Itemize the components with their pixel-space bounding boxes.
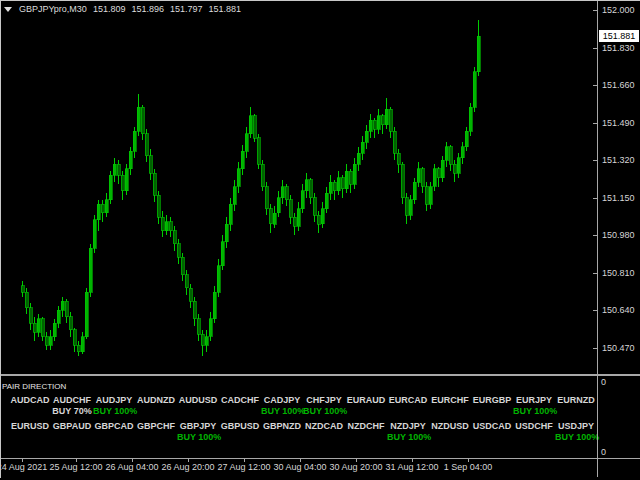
candle-body (33, 323, 36, 332)
candle-body (221, 242, 224, 266)
signal-label: BUY 100% (177, 432, 219, 443)
candle-body (197, 319, 200, 334)
pair-direction-panel: PAIR DIRECTION AUDCADAUDCHFBUY 70%AUDJPY… (0, 376, 597, 458)
candle-body (317, 215, 320, 224)
pair-name: AUDUSD (177, 395, 219, 406)
candle-body (329, 182, 332, 193)
price-tick-mark (593, 198, 597, 199)
candle-body (237, 169, 240, 187)
pair-cell-cadjpy: CADJPYBUY 100% (261, 395, 303, 417)
candle-body (293, 217, 296, 226)
ohlc-close: 151.881 (209, 4, 242, 14)
pair-cell-usdcad: USDCAD (471, 421, 513, 432)
candle-body (429, 187, 432, 205)
price-tick-label: 151.660 (602, 80, 635, 90)
pair-name: GBPUSD (219, 421, 261, 432)
candle-body (113, 164, 116, 175)
time-label: 26 Aug 04:00 (102, 462, 162, 472)
price-tick-mark (593, 85, 597, 86)
pair-name: USDCHF (513, 421, 555, 432)
time-tick-mark (188, 458, 189, 462)
candle-body (85, 292, 88, 336)
candle-body (149, 156, 152, 174)
pair-name: CADJPY (261, 395, 303, 406)
candle-body (337, 178, 340, 191)
pair-name: GBPAUD (51, 421, 93, 432)
subwindow-separator[interactable] (0, 374, 640, 376)
pair-cell-eurcad: EURCAD (387, 395, 429, 406)
pair-name: GBPCAD (93, 421, 135, 432)
pair-cell-nzdchf: NZDCHF (345, 421, 387, 432)
time-label: 27 Aug 12:00 (214, 462, 274, 472)
pair-cell-eurnzd: EURNZD (555, 395, 597, 406)
pair-name: AUDCAD (9, 395, 51, 406)
time-tick-mark (244, 458, 245, 462)
candle-body (129, 151, 132, 169)
pair-name: NZDUSD (429, 421, 471, 432)
candle-body (121, 175, 124, 190)
candle-body (285, 187, 288, 200)
candle-body (29, 308, 32, 323)
current-price-tag: 151.881 (599, 30, 639, 42)
pair-cell-gbpusd: GBPUSD (219, 421, 261, 432)
candle-body (93, 220, 96, 249)
candle-body (97, 204, 100, 219)
symbol-dropdown-icon[interactable] (4, 7, 12, 12)
candle-body (81, 337, 84, 352)
candle-body (225, 224, 228, 242)
price-tick-label: 150.810 (602, 268, 635, 278)
candle-body (229, 204, 232, 224)
price-tick-label: 151.150 (602, 193, 635, 203)
candle-body (105, 200, 108, 213)
candle-body (21, 286, 24, 293)
time-axis[interactable]: 24 Aug 202125 Aug 12:0026 Aug 04:0026 Au… (0, 459, 640, 477)
pair-cell-audnzd: AUDNZD (135, 395, 177, 406)
candle-body (341, 178, 344, 189)
price-tick-label: 152.000 (602, 5, 635, 15)
ohlc-high: 151.896 (131, 4, 164, 14)
signal-label: BUY 100% (303, 406, 345, 417)
candle-body (477, 36, 480, 72)
candle-body (145, 134, 148, 156)
signal-label: BUY 100% (387, 432, 429, 443)
price-tick-label: 150.640 (602, 305, 635, 315)
pair-name: EURUSD (9, 421, 51, 432)
candle-body (445, 147, 448, 160)
indicator-title: PAIR DIRECTION (2, 382, 66, 391)
price-tick-mark (593, 48, 597, 49)
candle-body (261, 164, 264, 186)
candle-body (289, 200, 292, 218)
candle-body (281, 187, 284, 198)
pair-name: AUDNZD (135, 395, 177, 406)
candle-body (233, 187, 236, 205)
pair-name: EURCAD (387, 395, 429, 406)
candle-body (61, 301, 64, 310)
chart-header: GBPJPYpro,M30 151.809 151.896 151.797 15… (4, 3, 247, 15)
pair-cell-usdchf: USDCHF (513, 421, 555, 432)
candle-body (101, 204, 104, 213)
candle-body (449, 147, 452, 165)
candlestick-chart[interactable] (0, 0, 597, 374)
pair-name: USDJPY (555, 421, 597, 432)
candle-body (457, 158, 460, 173)
candle-body (37, 319, 40, 332)
candle-body (217, 266, 220, 293)
pair-cell-eurgbp: EURGBP (471, 395, 513, 406)
candle-body (409, 200, 412, 215)
candle-body (133, 131, 136, 151)
candle-body (473, 72, 476, 107)
candle-body (309, 180, 312, 198)
price-axis[interactable]: 152.000151.830151.660151.490151.320151.1… (598, 0, 640, 458)
price-tick-label: 151.830 (602, 43, 635, 53)
candle-body (69, 317, 72, 330)
pair-name: GBPNZD (261, 421, 303, 432)
candle-body (177, 244, 180, 257)
candle-body (209, 319, 212, 337)
candle-body (349, 171, 352, 184)
pair-cell-audcad: AUDCAD (9, 395, 51, 406)
candle-body (325, 193, 328, 208)
candle-body (213, 292, 216, 319)
candle-body (389, 109, 392, 131)
candle-body (465, 131, 468, 146)
candle-body (137, 107, 140, 131)
